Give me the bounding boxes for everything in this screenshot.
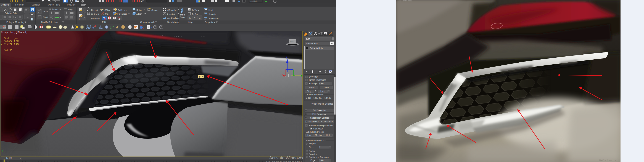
svg-text:2013 Ford Fiesta: 2013 Ford Fiesta [397,0,412,2]
svg-text:Soft Selection: Soft Selection [313,109,326,112]
svg-text:Shrink: Shrink [309,86,315,89]
svg-text:Subdivision Presets: Subdivision Presets [306,131,324,133]
svg-text:gum: gum [198,75,203,78]
svg-text:>: > [20,157,21,159]
svg-text:To View: To View [192,9,199,11]
svg-text:Repeat: Repeat [91,9,98,11]
svg-text:To Grid: To Grid [192,13,198,15]
svg-text:+: + [306,110,306,111]
svg-text:ABC: ABC [140,0,144,2]
svg-text:Ring: Ring [68,8,72,10]
svg-text:Tessellate: Tessellate [167,13,176,15]
svg-text:Split Mesh: Split Mesh [313,128,323,130]
svg-text:108.296: 108.296 [4,49,12,52]
svg-text:Editable Poly: Editable Poly [5,12,17,14]
svg-text:MSmooth: MSmooth [167,9,176,11]
svg-text:Polygon Modeling: Polygon Modeling [6,21,24,24]
svg-text:z: z [286,56,288,58]
svg-text:Grow: Grow [324,86,329,89]
svg-text:Low: Low [308,134,311,136]
svg-text:Swift Loop: Swift Loop [118,9,127,11]
svg-text:?: ? [154,26,156,28]
svg-text:Constraints:: Constraints: [90,17,101,20]
svg-text:Loop: Loop [53,8,58,10]
svg-text:Modify Selection: Modify Selection [41,21,58,24]
svg-text:Cut: Cut [105,13,108,15]
svg-text:?: ? [160,26,162,28]
svg-text:Modifier List: Modifier List [306,42,318,45]
svg-text:-: - [306,120,306,122]
svg-text:Planar: Planar [180,16,186,18]
svg-text:Grow: Grow [43,10,48,13]
svg-text:Ignore Backfacing: Ignore Backfacing [309,79,326,81]
svg-text:Perspective ] [ Shaded ]: Perspective ] [ Shaded ] [1,31,28,34]
svg-text:RIGHT: RIGHT [290,41,294,42]
svg-text:y: y [2,149,4,152]
svg-text:45.0: 45.0 [319,82,324,85]
svg-text:P Connect: P Connect [117,13,127,15]
svg-text:+: + [306,113,306,115]
svg-text:0 / 100: 0 / 100 [6,157,12,159]
svg-text:x: x [282,74,283,76]
svg-text:X: X [189,16,191,19]
svg-text:Subdivision Displacement: Subdivision Displacement [308,120,333,123]
svg-text:Edge:: Edge: [310,159,316,162]
svg-text:QSlice: QSlice [104,9,110,11]
svg-text:Multi: Multi [326,97,331,100]
svg-text:Make: Make [180,14,185,16]
svg-text:Editable Poly: Editable Poly [310,47,323,50]
svg-text:Subdivision Displacement: Subdivision Displacement [309,124,333,127]
svg-text:NURMS: NURMS [91,13,99,15]
svg-text:Smooth 30: Smooth 30 [208,18,218,20]
svg-text:Relax: Relax [136,9,142,11]
svg-text:Loop: Loop [320,90,325,92]
svg-text:Edit: Edit [102,21,106,24]
svg-text:Subdivision Method: Subdivision Method [306,139,324,142]
svg-text:1: 1 [79,18,80,20]
svg-text:gum: gum [14,37,18,40]
svg-text:30: 30 [204,19,206,20]
svg-text:+: + [306,47,308,49]
svg-text:By Vertex: By Vertex [309,76,318,78]
svg-text:2,496: 2,496 [14,43,20,46]
svg-text:20.0: 20.0 [319,159,324,162]
svg-text:Y: Y [194,16,196,19]
svg-text:Z: Z [199,16,200,19]
svg-text:Subdivision Surface: Subdivision Surface [310,117,329,119]
svg-text:Shrink: Shrink [43,16,48,18]
svg-text:Edit Geometry: Edit Geometry [312,113,326,116]
svg-text:Subdivision: Subdivision [167,21,178,24]
svg-text:Off: Off [308,97,311,100]
svg-text:Hard: Hard [208,9,213,11]
svg-text:0x: 0x [122,28,123,30]
svg-text:Properties: Properties [204,21,215,24]
svg-text:Create: Create [152,9,158,11]
svg-text:Ring: Ring [307,90,311,92]
svg-text:gum: gum [306,38,310,40]
svg-text:Use Displac...: Use Displac... [167,17,180,19]
svg-text:Schriftfarbe...: Schriftfarbe... [250,0,260,2]
svg-text:By Angle:: By Angle: [309,82,318,85]
svg-text:Spatial: Spatial [309,150,315,152]
svg-text:Medium: Medium [315,134,322,136]
svg-text:HF: HF [116,28,118,30]
svg-text:Geometry (All): Geometry (All) [140,21,154,24]
svg-text:Regular: Regular [309,142,316,145]
svg-text:Spatial and Curvature: Spatial and Curvature [309,156,329,158]
svg-text:Attach: Attach [136,13,142,15]
svg-text:Total: Total [4,37,9,40]
svg-text:Align: Align [188,21,193,24]
svg-text:SubObj: SubObj [315,97,322,100]
svg-text:Curvature: Curvature [309,153,318,156]
svg-text:ys:: ys: [0,40,3,42]
svg-text:2: 2 [319,146,320,148]
svg-text:119,174: 119,174 [4,43,12,46]
svg-text:1,822: 1,822 [14,40,20,42]
svg-text:Whole Object Selected: Whole Object Selected [312,102,333,105]
svg-text:Preview Selection: Preview Selection [306,93,323,96]
svg-text:NetCarShow.com: NetCarShow.com [599,159,617,162]
svg-text:+: + [306,117,306,119]
svg-text:Smooth: Smooth [208,13,216,15]
svg-text:High: High [326,134,330,136]
svg-text:106,824: 106,824 [4,40,12,42]
